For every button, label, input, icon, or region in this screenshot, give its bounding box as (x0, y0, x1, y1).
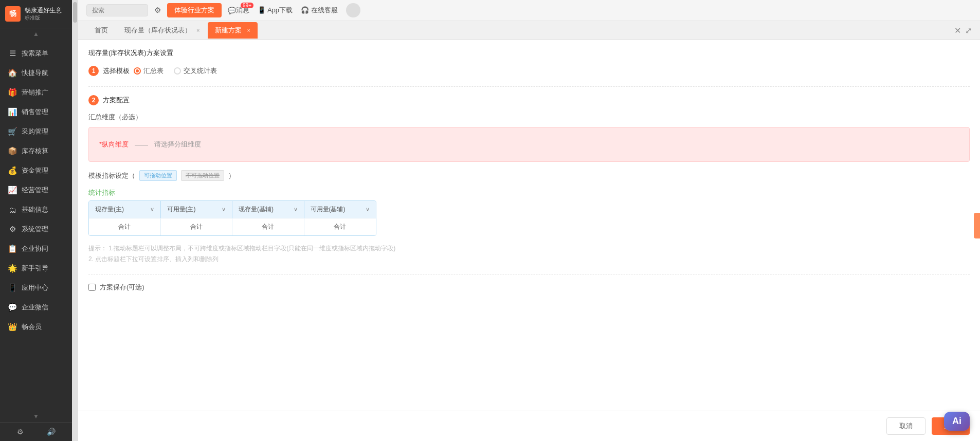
tab-close-all-button[interactable]: ✕ (954, 26, 961, 35)
quick-nav-icon: 🏠 (7, 68, 17, 78)
tab-inventory-status[interactable]: 现存量（库存状况表） × (116, 21, 208, 40)
sidebar-footer: ⚙ 🔊 (0, 422, 72, 441)
sidebar-item-member[interactable]: 👑畅会员 (0, 317, 72, 337)
brand-logo: 畅 (5, 6, 21, 22)
sidebar-scroll-up[interactable]: ▲ (0, 28, 72, 40)
stats-table: 现存量(主)∨可用量(主)∨现存量(基辅)∨可用量(基辅)∨ 合计合计合计合计 (88, 200, 376, 236)
stat-header-cell: 现存量(基辅)∨ (232, 201, 304, 218)
tip-item-0: 提示： 1.拖动标题栏可以调整布局，不可跨维度或指标区域拖动栏目字段(只能在同一… (88, 244, 970, 253)
search-input[interactable] (86, 4, 148, 16)
tip-text-0: 1.拖动标题栏可以调整布局，不可跨维度或指标区域拖动栏目字段(只能在同一维度或指… (108, 245, 395, 252)
messages-badge: 99+ (241, 3, 253, 8)
stat-header-cell: 现存量(主)∨ (89, 201, 161, 218)
dropdown-arrow[interactable]: ∨ (294, 206, 298, 213)
basic-info-label: 基础信息 (22, 205, 48, 214)
sales-label: 销售管理 (22, 107, 48, 117)
sidebar-scrollbar[interactable] (72, 0, 78, 441)
wechat-label: 企业微信 (22, 303, 48, 312)
dimension-dash: —— (135, 141, 148, 149)
stat-header-cell: 可用量(主)∨ (161, 201, 233, 218)
dropdown-arrow[interactable]: ∨ (222, 206, 226, 213)
cancel-button[interactable]: 取消 (886, 417, 925, 435)
radio-cross[interactable]: 交叉统计表 (174, 66, 217, 76)
save-section: 方案保存(可选) (88, 283, 970, 292)
sidebar-item-system[interactable]: ⚙系统管理 (0, 219, 72, 239)
member-label: 畅会员 (22, 322, 42, 332)
marketing-icon: 🎁 (7, 88, 17, 97)
app-center-icon: 📱 (7, 283, 17, 292)
tab-new-plan-label: 新建方案 (215, 26, 242, 35)
stat-cell: 合计 (89, 218, 161, 235)
tab-new-plan[interactable]: 新建方案 × (208, 22, 257, 39)
sidebar-item-inventory[interactable]: 📦库存核算 (0, 141, 72, 161)
messages-wrap[interactable]: 💬 消息 99+ (228, 6, 249, 15)
app-download[interactable]: 📱 App下载 (258, 6, 293, 15)
sidebar-item-search-menu[interactable]: ☰搜索菜单 (0, 44, 72, 63)
tab-home-label: 首页 (95, 26, 108, 35)
step2-title: 方案配置 (103, 96, 130, 105)
tip-item-1: 2. 点击标题栏下拉可设置排序、插入列和删除列 (88, 255, 970, 264)
stat-cell: 合计 (304, 218, 376, 235)
online-service[interactable]: 🎧 在线客服 (301, 6, 338, 15)
settings-icon[interactable]: ⚙ (17, 428, 24, 436)
radio-summary[interactable]: 汇总表 (134, 66, 164, 76)
sidebar: 畅 畅康通好生意 标准版 ▲ ☰搜索菜单🏠快捷导航🎁营销推广📊销售管理🛒采购管理… (0, 0, 72, 441)
industry-button[interactable]: 体验行业方案 (167, 3, 222, 17)
settings-button[interactable]: ⚙ (154, 6, 161, 15)
system-label: 系统管理 (22, 225, 48, 234)
inventory-icon: 📦 (7, 146, 17, 156)
operations-icon: 📈 (7, 186, 17, 195)
audio-icon[interactable]: 🔊 (47, 428, 56, 436)
sidebar-item-sales[interactable]: 📊销售管理 (0, 102, 72, 122)
bottom-actions: 取消 查询 (78, 411, 980, 441)
indicator-settings: 模板指标设定（ 可拖动位置 不可拖动位置 ） (88, 170, 970, 181)
tab-inventory-label: 现存量（库存状况表） (124, 26, 191, 35)
sidebar-nav: ☰搜索菜单🏠快捷导航🎁营销推广📊销售管理🛒采购管理📦库存核算💰资金管理📈经营管理… (0, 40, 72, 411)
sidebar-item-marketing[interactable]: 🎁营销推广 (0, 83, 72, 102)
sidebar-item-corp[interactable]: 📋企业协同 (0, 239, 72, 259)
tab-inventory-close[interactable]: × (196, 27, 199, 33)
radio-cross-circle (174, 67, 181, 75)
dropdown-arrow[interactable]: ∨ (150, 206, 154, 213)
operations-label: 经营管理 (22, 186, 48, 195)
sidebar-item-newcomer[interactable]: 🌟新手引导 (0, 259, 72, 278)
avatar[interactable] (346, 3, 360, 17)
step2-header: 2 方案配置 (88, 95, 970, 105)
marketing-label: 营销推广 (22, 88, 48, 97)
save-checkbox[interactable] (88, 284, 96, 291)
page-title: 现存量(库存状况表)方案设置 (88, 48, 970, 58)
tabs-bar: 首页 现存量（库存状况表） × 新建方案 × ✕ ⤢ (78, 21, 980, 40)
system-icon: ⚙ (7, 225, 17, 234)
quick-nav-label: 快捷导航 (22, 68, 48, 78)
message-icon: 💬 (228, 7, 236, 14)
right-edge-handle[interactable] (974, 213, 980, 238)
phone-icon: 📱 (258, 6, 266, 14)
ai-fab-button[interactable]: Ai (944, 412, 970, 431)
radio-summary-label: 汇总表 (143, 66, 164, 76)
radio-cross-label: 交叉统计表 (184, 66, 217, 76)
inventory-label: 库存核算 (22, 146, 48, 156)
tab-expand-button[interactable]: ⤢ (965, 26, 972, 35)
sidebar-scroll-down[interactable]: ▼ (0, 411, 72, 422)
sidebar-item-app-center[interactable]: 📱应用中心 (0, 278, 72, 298)
tab-home[interactable]: 首页 (86, 21, 116, 40)
stats-label: 统计指标 (88, 188, 970, 197)
dropdown-arrow[interactable]: ∨ (366, 206, 370, 213)
sidebar-item-operations[interactable]: 📈经营管理 (0, 180, 72, 200)
scroll-thumb (73, 2, 77, 23)
finance-icon: 💰 (7, 166, 17, 175)
sidebar-item-finance[interactable]: 💰资金管理 (0, 161, 72, 180)
tip-text-1: 2. 点击标题栏下拉可设置排序、插入列和删除列 (88, 255, 219, 263)
sidebar-item-purchase[interactable]: 🛒采购管理 (0, 122, 72, 141)
newcomer-icon: 🌟 (7, 264, 17, 273)
finance-label: 资金管理 (22, 166, 48, 175)
purchase-label: 采购管理 (22, 127, 48, 136)
sidebar-item-basic-info[interactable]: 🗂基础信息 (0, 200, 72, 219)
indicator-label-text: 模板指标设定（ (88, 171, 135, 180)
sidebar-item-quick-nav[interactable]: 🏠快捷导航 (0, 63, 72, 83)
dimension-hint[interactable]: 请选择分组维度 (154, 140, 201, 149)
tip-label: 提示： (88, 245, 107, 252)
sales-icon: 📊 (7, 107, 17, 117)
tab-new-plan-close[interactable]: × (247, 27, 250, 33)
sidebar-item-wechat[interactable]: 💬企业微信 (0, 298, 72, 317)
